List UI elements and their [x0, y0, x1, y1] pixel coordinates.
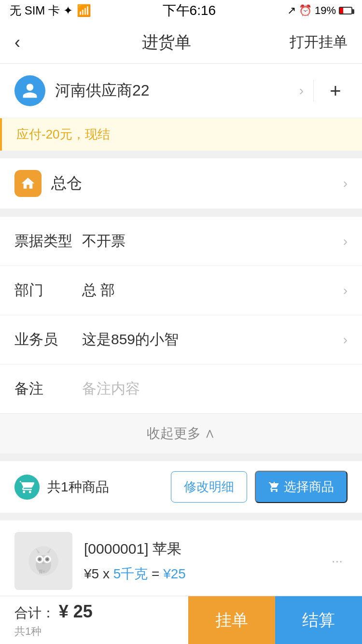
- total-count: 共1种: [14, 624, 174, 639]
- nav-bar: ‹ 进货单 打开挂单: [0, 21, 362, 64]
- supplier-divider: [313, 80, 314, 101]
- hang-button[interactable]: 挂单: [188, 596, 275, 644]
- checkout-button[interactable]: 结算: [275, 596, 362, 644]
- select-product-button[interactable]: 选择商品: [255, 471, 348, 503]
- status-right: ↗ ⏰ 19%: [287, 4, 352, 17]
- battery-icon: [339, 7, 352, 14]
- total-amount: ¥ 25: [59, 602, 93, 621]
- notice-bar: 应付-20元，现结: [0, 118, 362, 151]
- page-title: 进货单: [142, 31, 191, 54]
- product-title: 苹果: [153, 541, 181, 557]
- sales-row[interactable]: 业务员 这是859的小智 ›: [0, 315, 362, 364]
- dept-label: 部门: [14, 280, 82, 300]
- warehouse-chevron: ›: [343, 176, 348, 191]
- battery-text: 19%: [315, 4, 336, 17]
- home-icon: [20, 176, 36, 191]
- open-hang-button[interactable]: 打开挂单: [290, 32, 348, 52]
- notice-text: 应付-20元，现结: [16, 127, 110, 141]
- qty: 5千克: [113, 566, 148, 581]
- invoice-chevron: ›: [343, 234, 348, 249]
- bottom-bar: 合计： ¥ 25 共1种 挂单 结算: [0, 596, 362, 644]
- warehouse-icon: [14, 170, 42, 197]
- product-name: [0000001] 苹果: [84, 539, 327, 559]
- product-section: 共1种商品 修改明细 选择商品: [0, 461, 362, 513]
- product-more-button[interactable]: ···: [327, 548, 348, 574]
- status-time: 下午6:16: [163, 1, 216, 20]
- supplier-row[interactable]: 河南供应商22 › +: [0, 64, 362, 118]
- supplier-name: 河南供应商22: [55, 80, 294, 101]
- sim-status: 无 SIM 卡 ✦: [10, 3, 73, 18]
- warehouse-row[interactable]: 总仓 ›: [0, 158, 362, 209]
- remark-input[interactable]: 备注内容: [82, 379, 348, 399]
- location-icon: ↗: [287, 4, 296, 17]
- collapse-button[interactable]: 收起更多 ∧: [0, 413, 362, 453]
- product-price: ¥5 x 5千克 = ¥25: [84, 565, 327, 583]
- warehouse-name: 总仓: [51, 173, 338, 194]
- svg-point-6: [39, 559, 41, 560]
- svg-text:督+: 督+: [39, 569, 45, 574]
- remark-row[interactable]: 备注 备注内容: [0, 364, 362, 413]
- total-row: 合计： ¥ 25: [14, 602, 174, 622]
- dept-chevron: ›: [343, 283, 348, 298]
- unit-price: ¥5 x: [84, 566, 113, 581]
- supplier-chevron: ›: [299, 83, 304, 98]
- select-product-label: 选择商品: [284, 478, 334, 495]
- status-left: 无 SIM 卡 ✦ 📶: [10, 3, 91, 18]
- product-thumbnail: 督+: [14, 532, 72, 590]
- sales-chevron: ›: [343, 332, 348, 348]
- sales-label: 业务员: [14, 330, 82, 350]
- dept-value: 总 部: [82, 280, 338, 300]
- total-label: 合计：: [14, 605, 55, 620]
- edit-detail-button[interactable]: 修改明细: [171, 471, 247, 503]
- add-supplier-button[interactable]: +: [323, 80, 348, 102]
- shopping-icon: [20, 480, 34, 494]
- supplier-avatar: [14, 75, 45, 106]
- back-button[interactable]: ‹: [14, 32, 43, 53]
- equals: =: [148, 566, 163, 581]
- wifi-icon: 📶: [77, 4, 91, 17]
- user-icon: [21, 82, 39, 99]
- sales-value: 这是859的小智: [82, 330, 338, 350]
- cart-add-icon: [268, 481, 280, 493]
- product-image: 督+: [27, 544, 60, 578]
- warehouse-section[interactable]: 总仓 ›: [0, 158, 362, 209]
- status-bar: 无 SIM 卡 ✦ 📶 下午6:16 ↗ ⏰ 19%: [0, 0, 362, 21]
- product-count-text: 共1种商品: [47, 478, 171, 496]
- remark-label: 备注: [14, 379, 82, 399]
- product-info: [0000001] 苹果 ¥5 x 5千克 = ¥25: [84, 539, 327, 583]
- product-count-icon: [14, 475, 40, 500]
- invoice-value: 不开票: [82, 231, 338, 251]
- product-header: 共1种商品 修改明细 选择商品: [0, 461, 362, 513]
- alarm-icon: ⏰: [299, 4, 312, 17]
- page-content: 河南供应商22 › + 应付-20元，现结 总仓 › 票据类型 不开票 ›: [0, 64, 362, 644]
- product-item: 督+ [0000001] 苹果 ¥5 x 5千克 = ¥25 ···: [0, 520, 362, 602]
- total-price: ¥25: [163, 566, 186, 581]
- total-area: 合计： ¥ 25 共1种: [0, 602, 188, 639]
- supplier-section: 河南供应商22 › + 应付-20元，现结: [0, 64, 362, 151]
- dept-row[interactable]: 部门 总 部 ›: [0, 266, 362, 315]
- invoice-row[interactable]: 票据类型 不开票 ›: [0, 216, 362, 266]
- form-section: 票据类型 不开票 › 部门 总 部 › 业务员 这是859的小智 › 备注 备注…: [0, 216, 362, 453]
- svg-point-7: [46, 559, 48, 560]
- product-item-section: 督+ [0000001] 苹果 ¥5 x 5千克 = ¥25 ···: [0, 520, 362, 602]
- product-code: [0000001]: [84, 541, 153, 557]
- invoice-label: 票据类型: [14, 231, 82, 251]
